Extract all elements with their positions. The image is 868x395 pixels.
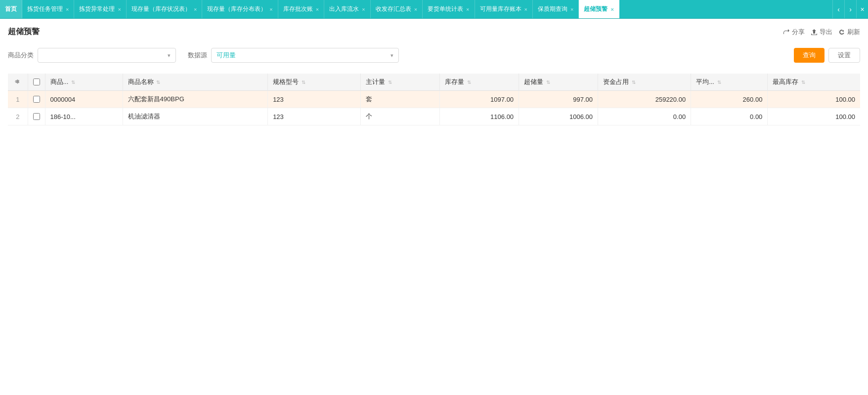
col-product-name[interactable]: 商品名称 ⇅ bbox=[123, 74, 268, 91]
col-product-code-label: 商品... bbox=[50, 78, 69, 85]
col-overstock[interactable]: 超储量 ⇅ bbox=[519, 74, 598, 91]
gear-icon bbox=[13, 78, 20, 85]
row-2-unit: 个 bbox=[361, 108, 440, 125]
nav-tab-8[interactable]: 要货单统计表 × bbox=[423, 0, 475, 18]
col-product-name-label: 商品名称 bbox=[128, 78, 154, 85]
query-button[interactable]: 查询 bbox=[794, 48, 825, 63]
row-2-checkbox-cell bbox=[28, 108, 45, 125]
col-product-code[interactable]: 商品... ⇅ bbox=[45, 74, 123, 91]
nav-arrows: ‹ › × bbox=[832, 0, 868, 19]
settings-button[interactable]: 设置 bbox=[828, 48, 860, 63]
share-icon bbox=[783, 29, 790, 36]
nav-tab-9[interactable]: 可用量库存账本 × bbox=[475, 0, 533, 18]
nav-tab-home[interactable]: 首页 bbox=[0, 0, 22, 18]
row-1-max-stock: 100.00 bbox=[768, 91, 860, 108]
col-unit[interactable]: 主计量 ⇅ bbox=[361, 74, 440, 91]
row-1-unit: 套 bbox=[361, 91, 440, 108]
close-tab-8[interactable]: × bbox=[466, 6, 469, 12]
col-stock-label: 库存量 bbox=[445, 78, 464, 85]
nav-tab-1[interactable]: 拣货任务管理 × bbox=[22, 0, 74, 18]
col-spec-label: 规格型号 bbox=[273, 78, 299, 85]
sort-icon-8: ⇅ bbox=[717, 79, 721, 85]
sort-icon-1: ⇅ bbox=[71, 79, 75, 85]
nav-tab-5[interactable]: 库存批次账 × bbox=[278, 0, 324, 18]
close-tab-6[interactable]: × bbox=[362, 6, 365, 12]
category-label: 商品分类 bbox=[8, 51, 34, 60]
sort-icon-6: ⇅ bbox=[546, 79, 550, 85]
filter-datasource: 数据源 可用量 ▾ bbox=[188, 48, 399, 63]
nav-arrow-right[interactable]: › bbox=[844, 0, 856, 19]
select-all-checkbox[interactable] bbox=[33, 79, 40, 85]
row-2-avg: 0.00 bbox=[691, 108, 768, 125]
datasource-select[interactable]: 可用量 ▾ bbox=[211, 48, 399, 63]
sort-icon-3: ⇅ bbox=[302, 79, 305, 85]
datasource-label: 数据源 bbox=[188, 51, 207, 60]
col-max-stock[interactable]: 最高库存 ⇅ bbox=[768, 74, 860, 91]
nav-arrow-left[interactable]: ‹ bbox=[832, 0, 844, 19]
row-1-product-code: 0000004 bbox=[45, 91, 123, 108]
row-2-product-name: 机油滤清器 bbox=[123, 108, 268, 125]
nav-tab-11[interactable]: 超储预警 × bbox=[579, 0, 619, 18]
filter-category: 商品分类 ▾ bbox=[8, 48, 176, 63]
refresh-icon bbox=[838, 29, 845, 36]
sort-icon-2: ⇅ bbox=[156, 79, 160, 85]
chevron-down-icon: ▾ bbox=[168, 52, 171, 59]
col-overstock-label: 超储量 bbox=[524, 78, 543, 85]
nav-tab-3[interactable]: 现存量（库存状况表） × bbox=[127, 0, 202, 18]
col-avg[interactable]: 平均... ⇅ bbox=[691, 74, 768, 91]
row-2-capital: 0.00 bbox=[598, 108, 691, 125]
close-tab-3[interactable]: × bbox=[194, 6, 197, 12]
close-tab-10[interactable]: × bbox=[570, 6, 573, 12]
page-title: 超储预警 bbox=[8, 27, 40, 37]
datasource-value: 可用量 bbox=[217, 51, 236, 60]
col-spec[interactable]: 规格型号 ⇅ bbox=[268, 74, 361, 91]
row-1-checkbox[interactable] bbox=[33, 96, 40, 103]
col-gear[interactable] bbox=[8, 74, 28, 91]
nav-arrow-close[interactable]: × bbox=[856, 0, 868, 19]
row-2-index: 2 bbox=[8, 108, 28, 125]
row-1-capital: 259220.00 bbox=[598, 91, 691, 108]
row-2-product-code: 186-10... bbox=[45, 108, 123, 125]
row-2-spec: 123 bbox=[268, 108, 361, 125]
close-tab-9[interactable]: × bbox=[524, 6, 527, 12]
table-header: 商品... ⇅ 商品名称 ⇅ 规格型号 ⇅ 主计量 ⇅ 库存量 ⇅ bbox=[8, 74, 860, 91]
sort-icon-9: ⇅ bbox=[801, 79, 805, 85]
close-tab-1[interactable]: × bbox=[66, 6, 69, 12]
sort-icon-4: ⇅ bbox=[388, 79, 392, 85]
share-button[interactable]: 分享 bbox=[783, 28, 805, 37]
nav-tab-6[interactable]: 出入库流水 × bbox=[324, 0, 370, 18]
export-icon bbox=[811, 29, 818, 36]
data-table: 商品... ⇅ 商品名称 ⇅ 规格型号 ⇅ 主计量 ⇅ 库存量 ⇅ bbox=[8, 74, 860, 125]
row-1-overstock: 997.00 bbox=[519, 91, 598, 108]
row-1-index: 1 bbox=[8, 91, 28, 108]
header-actions: 分享 导出 刷新 bbox=[783, 28, 860, 37]
col-capital[interactable]: 资金占用 ⇅ bbox=[598, 74, 691, 91]
row-1-checkbox-cell bbox=[28, 91, 45, 108]
nav-tab-7[interactable]: 收发存汇总表 × bbox=[371, 0, 423, 18]
refresh-button[interactable]: 刷新 bbox=[838, 28, 860, 37]
page-header: 超储预警 分享 导出 刷新 bbox=[8, 27, 860, 37]
filter-actions: 查询 设置 bbox=[794, 48, 860, 63]
nav-tab-2[interactable]: 拣货异常处理 × bbox=[74, 0, 126, 18]
col-capital-label: 资金占用 bbox=[603, 78, 629, 85]
row-2-checkbox[interactable] bbox=[33, 113, 40, 120]
filter-row: 商品分类 ▾ 数据源 可用量 ▾ 查询 设置 bbox=[8, 44, 860, 67]
nav-tab-4[interactable]: 现存量（库存分布表） × bbox=[202, 0, 278, 18]
category-select[interactable]: ▾ bbox=[38, 48, 176, 63]
row-2-stock: 1106.00 bbox=[440, 108, 519, 125]
close-tab-4[interactable]: × bbox=[269, 6, 272, 12]
table-row: 2 186-10... 机油滤清器 123 个 1106.00 1006.00 … bbox=[8, 108, 860, 125]
row-1-stock: 1097.00 bbox=[440, 91, 519, 108]
close-tab-5[interactable]: × bbox=[316, 6, 319, 12]
export-button[interactable]: 导出 bbox=[811, 28, 832, 37]
col-checkbox-header[interactable] bbox=[28, 74, 45, 91]
col-stock[interactable]: 库存量 ⇅ bbox=[440, 74, 519, 91]
top-nav: 首页 拣货任务管理 × 拣货异常处理 × 现存量（库存状况表） × 现存量（库存… bbox=[0, 0, 868, 19]
col-unit-label: 主计量 bbox=[366, 78, 385, 85]
close-tab-7[interactable]: × bbox=[414, 6, 417, 12]
table-body: 1 0000004 六配套新昌490BPG 123 套 1097.00 997.… bbox=[8, 91, 860, 125]
chevron-down-icon-2: ▾ bbox=[391, 52, 393, 59]
close-tab-2[interactable]: × bbox=[118, 6, 121, 12]
nav-tab-10[interactable]: 保质期查询 × bbox=[533, 0, 579, 18]
close-tab-11[interactable]: × bbox=[610, 6, 613, 12]
